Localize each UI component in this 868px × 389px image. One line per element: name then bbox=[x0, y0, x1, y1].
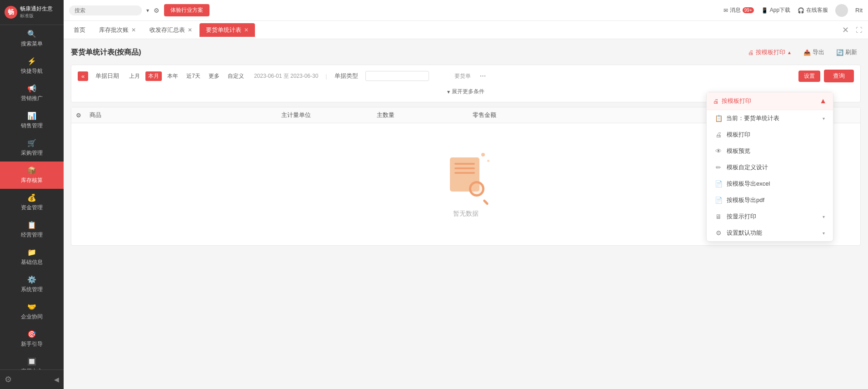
empty-illustration bbox=[439, 151, 493, 205]
sidebar-item-marketing[interactable]: 📢 营销推广 bbox=[0, 80, 64, 107]
apps-icon: 🔲 bbox=[27, 357, 36, 366]
sidebar-item-collab[interactable]: 🤝 企业协同 bbox=[0, 298, 64, 325]
target-icon: 🎯 bbox=[27, 330, 36, 338]
th-unit: 主计量单位 bbox=[281, 111, 377, 119]
message-icon: ✉ bbox=[723, 7, 728, 14]
box-icon: 📦 bbox=[27, 166, 36, 175]
magnify-glass bbox=[469, 181, 491, 203]
export-button[interactable]: 📤 导出 bbox=[800, 46, 828, 58]
megaphone-icon: 📢 bbox=[27, 84, 36, 93]
sidebar-item-sales[interactable]: 📊 销售管理 bbox=[0, 107, 64, 134]
user-avatar[interactable] bbox=[835, 4, 848, 17]
sidebar-item-label: 系统管理 bbox=[21, 286, 43, 293]
type-filter-select[interactable] bbox=[365, 71, 429, 81]
pencil-icon: ✏ bbox=[715, 164, 722, 171]
sidebar-item-purchase[interactable]: 🛒 采购管理 bbox=[0, 134, 64, 162]
sidebar-item-label: 经营管理 bbox=[21, 231, 43, 239]
sidebar-item-system[interactable]: ⚙️ 系统管理 bbox=[0, 271, 64, 298]
message-btn[interactable]: ✉ 消息 99+ bbox=[723, 6, 754, 14]
message-badge: 99+ bbox=[743, 7, 754, 13]
eye-icon: 👁 bbox=[715, 147, 722, 155]
sidebar-item-appstore[interactable]: 🔲 应用中心 bbox=[0, 353, 64, 369]
date-opt-this-year[interactable]: 本年 bbox=[165, 71, 181, 81]
expand-arrow-icon: ▾ bbox=[447, 89, 450, 95]
print-template-design-item[interactable]: ✏ 模板自定义设计 bbox=[707, 159, 833, 176]
clipboard-icon: 📋 bbox=[27, 221, 36, 229]
headset-icon: 🎧 bbox=[798, 7, 804, 14]
print-set-default-item[interactable]: ⚙ 设置默认功能 ▾ bbox=[707, 225, 833, 241]
handshake-icon: 🤝 bbox=[27, 303, 36, 311]
date-opt-this-month[interactable]: 本月 bbox=[145, 71, 162, 81]
sidebar-item-shortcut[interactable]: ⚡ 快捷导航 bbox=[0, 52, 64, 80]
app-icon: 📱 bbox=[761, 7, 768, 14]
tab-receipt-summary[interactable]: 收发存汇总表 ✕ bbox=[143, 23, 199, 37]
print-template-preview-item[interactable]: 👁 模板预览 bbox=[707, 143, 833, 159]
folder-icon: 📁 bbox=[27, 248, 36, 257]
close-tab-btn[interactable]: ✕ bbox=[840, 25, 851, 35]
date-opt-last-month[interactable]: 上月 bbox=[126, 71, 143, 81]
topbar-gear-icon[interactable]: ⚙ bbox=[154, 7, 160, 14]
sidebar-item-finance[interactable]: 💰 资金管理 bbox=[0, 189, 64, 216]
th-settings[interactable]: ⚙ bbox=[76, 112, 90, 119]
home-tab-label: 首页 bbox=[74, 26, 85, 34]
excel-icon: 📄 bbox=[715, 180, 722, 187]
date-opt-custom[interactable]: 自定义 bbox=[225, 71, 247, 81]
tab-inventory-batch[interactable]: 库存批次账 ✕ bbox=[93, 23, 142, 37]
date-range-display: 2023-06-01 至 2023-06-30 bbox=[254, 72, 318, 80]
sidebar-item-guide[interactable]: 🎯 新手引导 bbox=[0, 325, 64, 353]
settings-button[interactable]: 设置 bbox=[798, 71, 820, 82]
query-button[interactable]: 查询 bbox=[824, 70, 854, 82]
chart-icon: 📊 bbox=[27, 111, 36, 120]
date-opt-7days[interactable]: 近7天 bbox=[184, 71, 203, 81]
sidebar-collapse-btn[interactable]: ◀ bbox=[54, 376, 59, 383]
expand-conditions-btn[interactable]: ▾ 展开更多条件 bbox=[442, 86, 490, 97]
sidebar-nav: 🔍 搜索菜单 ⚡ 快捷导航 📢 营销推广 📊 销售管理 🛒 采购管理 📦 库存核… bbox=[0, 25, 64, 369]
tab-order-stats[interactable]: 要货单统计表 ✕ bbox=[200, 23, 255, 37]
app-logo: 畅 畅康通好生意 标准版 bbox=[0, 0, 64, 25]
print-dropdown-title: 🖨 按模板打印 bbox=[713, 97, 751, 105]
print-dropdown-header[interactable]: 🖨 按模板打印 ▲ bbox=[707, 92, 833, 110]
tab-close-receipt-summary[interactable]: ✕ bbox=[188, 27, 192, 33]
print-template-excel-item[interactable]: 📄 按模板导出excel bbox=[707, 176, 833, 192]
print-template-pdf-item[interactable]: 📄 按模板导出pdf bbox=[707, 192, 833, 208]
maximize-tab-btn[interactable]: ⛶ bbox=[853, 25, 864, 35]
filter-row-1: « 单据日期 上月 本月 本年 近7天 更多 自定义 2023-06-01 至 … bbox=[78, 70, 854, 82]
refresh-button[interactable]: 🔄 刷新 bbox=[833, 46, 861, 58]
topbar-right: ✉ 消息 99+ 📱 App下载 🎧 在线客服 Rit bbox=[723, 4, 863, 17]
sidebar-item-basic[interactable]: 📁 基础信息 bbox=[0, 243, 64, 271]
print-display-print-item[interactable]: 🖥 按显示打印 ▾ bbox=[707, 208, 833, 225]
sidebar-item-inventory[interactable]: 📦 库存核算 bbox=[0, 162, 64, 189]
main-area: ▾ ⚙ 体验行业方案 ✉ 消息 99+ 📱 App下载 🎧 在线客服 Rit 首… bbox=[64, 0, 868, 389]
sidebar-item-search[interactable]: 🔍 搜索菜单 bbox=[0, 25, 64, 52]
filter-collapse-btn[interactable]: « bbox=[78, 71, 88, 81]
gear-icon: ⚙️ bbox=[27, 275, 36, 284]
inventory-batch-label: 库存批次账 bbox=[99, 26, 129, 34]
sidebar-item-label: 新手引导 bbox=[21, 340, 43, 348]
page-header: 要货单统计表(按商品) 🖨 按模板打印 ▲ 📤 导出 🔄 刷新 bbox=[71, 46, 861, 58]
print-template-button[interactable]: 🖨 按模板打印 ▲ bbox=[744, 46, 795, 58]
user-name: Rit bbox=[855, 7, 863, 14]
tab-close-inventory-batch[interactable]: ✕ bbox=[131, 27, 136, 33]
sidebar-item-label: 快捷导航 bbox=[21, 67, 43, 75]
sidebar-item-operation[interactable]: 📋 经营管理 bbox=[0, 216, 64, 243]
tab-close-order-stats[interactable]: ✕ bbox=[244, 27, 249, 33]
date-options: 上月 本月 本年 近7天 更多 自定义 bbox=[126, 71, 247, 81]
chevron-up-icon: ▲ bbox=[787, 50, 792, 55]
print-template-print-item[interactable]: 🖨 模板打印 bbox=[707, 126, 833, 143]
app-download-btn[interactable]: 📱 App下载 bbox=[761, 6, 790, 14]
tabs-bar: 首页 库存批次账 ✕ 收发存汇总表 ✕ 要货单统计表 ✕ ✕ ⛶ bbox=[64, 21, 868, 39]
sidebar-item-label: 营销推广 bbox=[21, 95, 43, 102]
sidebar-settings-btn[interactable]: ⚙ bbox=[5, 374, 12, 384]
trial-industry-button[interactable]: 体验行业方案 bbox=[164, 4, 210, 16]
date-opt-more[interactable]: 更多 bbox=[206, 71, 222, 81]
print-dropdown-close-btn[interactable]: ▲ bbox=[819, 97, 827, 105]
online-service-btn[interactable]: 🎧 在线客服 bbox=[798, 6, 828, 14]
tab-home[interactable]: 首页 bbox=[67, 23, 92, 37]
print-dropdown: 🖨 按模板打印 ▲ 📋 当前：要货单统计表 ▾ 🖨 模板打印 bbox=[706, 92, 833, 242]
topbar: ▾ ⚙ 体验行业方案 ✉ 消息 99+ 📱 App下载 🎧 在线客服 Rit bbox=[64, 0, 868, 21]
more-options-icon[interactable]: ··· bbox=[478, 72, 488, 80]
search-dropdown-btn[interactable]: ▾ bbox=[146, 7, 149, 14]
search-input[interactable] bbox=[69, 5, 142, 15]
filter-divider: | bbox=[325, 73, 327, 80]
print-current-item[interactable]: 📋 当前：要货单统计表 ▾ bbox=[707, 110, 833, 126]
